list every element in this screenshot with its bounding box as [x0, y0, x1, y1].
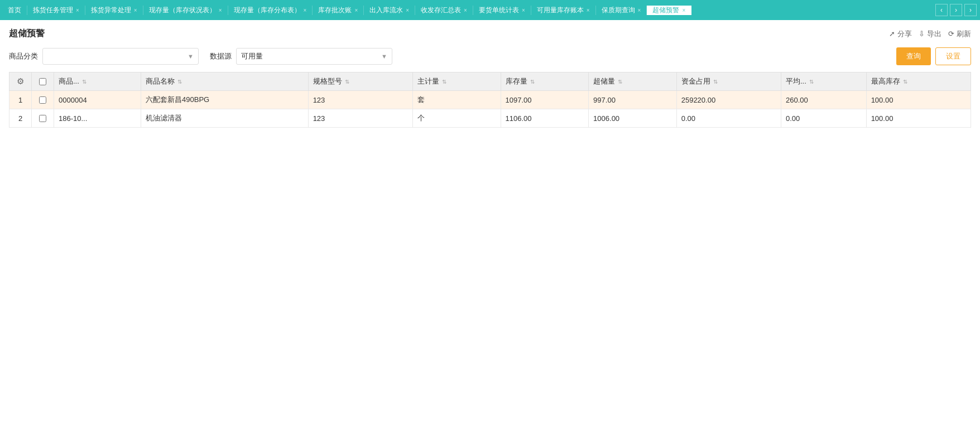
row-maxstock: 100.00	[866, 91, 971, 109]
top-navigation: 首页拣货任务管理×拣货异常处理×现存量（库存状况表）×现存量（库存分布表）×库存…	[0, 0, 980, 20]
th-maxstock: 最高库存 ⇅	[866, 72, 971, 91]
nav-item-8[interactable]: 要货单统计表×	[473, 6, 531, 15]
nav-close-icon-1[interactable]: ×	[76, 7, 79, 13]
datasource-filter-group: 数据源 可用量 ▼	[210, 48, 392, 65]
select-all-checkbox[interactable]	[39, 78, 46, 85]
export-icon: ⇩	[919, 30, 925, 38]
table-row: 10000004六配套新昌490BPG123套1097.00997.002592…	[9, 91, 971, 109]
nav-close-icon-6[interactable]: ×	[406, 7, 409, 13]
category-filter-group: 商品分类 ▼	[9, 48, 199, 65]
nav-close-icon-11[interactable]: ×	[682, 7, 685, 13]
row-unit: 套	[412, 91, 501, 109]
nav-close-icon-10[interactable]: ×	[638, 7, 641, 13]
th-spec: 规格型号 ⇅	[308, 72, 412, 91]
query-button[interactable]: 查询	[896, 47, 931, 65]
row-stock: 1097.00	[501, 91, 589, 109]
nav-close-icon-8[interactable]: ×	[522, 7, 525, 13]
settings-button[interactable]: 设置	[935, 47, 971, 65]
row-avg: 260.00	[781, 91, 866, 109]
th-checkbox	[32, 72, 54, 91]
row-capital: 0.00	[676, 109, 781, 128]
sort-maxstock-icon[interactable]: ⇅	[903, 79, 907, 85]
sort-overstock-icon[interactable]: ⇅	[618, 79, 622, 85]
page-header: 超储预警 ➚ 分享 ⇩ 导出 ⟳ 刷新	[9, 28, 971, 40]
category-arrow-icon: ▼	[188, 53, 194, 60]
nav-prev-arrow[interactable]: ‹	[935, 4, 948, 16]
row-name: 六配套新昌490BPG	[141, 91, 309, 109]
category-select[interactable]: ▼	[42, 48, 199, 65]
row-maxstock: 100.00	[866, 109, 971, 128]
row-spec: 123	[308, 91, 412, 109]
nav-item-7[interactable]: 收发存汇总表×	[415, 6, 473, 15]
refresh-icon: ⟳	[948, 30, 954, 38]
nav-close-icon-4[interactable]: ×	[304, 7, 307, 13]
nav-item-1[interactable]: 拣货任务管理×	[27, 6, 85, 15]
row-checkbox[interactable]	[32, 109, 54, 128]
row-index: 1	[9, 91, 32, 109]
datasource-select[interactable]: 可用量 ▼	[236, 48, 392, 65]
table-row: 2186-10...机油滤清器123个1106.001006.000.000.0…	[9, 109, 971, 128]
nav-item-4[interactable]: 现存量（库存分布表）×	[228, 6, 313, 15]
row-overstock: 997.00	[589, 91, 677, 109]
page-title: 超储预警	[9, 28, 45, 40]
row-name: 机油滤清器	[141, 109, 309, 128]
nav-item-2[interactable]: 拣货异常处理×	[85, 6, 143, 15]
nav-item-9[interactable]: 可用量库存账本×	[531, 6, 596, 15]
nav-item-10[interactable]: 保质期查询×	[596, 6, 647, 15]
th-avg: 平均... ⇅	[781, 72, 866, 91]
export-button[interactable]: ⇩ 导出	[919, 29, 941, 39]
th-name: 商品名称 ⇅	[141, 72, 309, 91]
row-code: 0000004	[54, 91, 141, 109]
th-stock: 库存量 ⇅	[501, 72, 589, 91]
row-avg: 0.00	[781, 109, 866, 128]
nav-item-6[interactable]: 出入库流水×	[364, 6, 415, 15]
sort-code-icon[interactable]: ⇅	[82, 79, 87, 85]
nav-close-icon-5[interactable]: ×	[354, 7, 358, 13]
share-button[interactable]: ➚ 分享	[889, 29, 912, 39]
refresh-button[interactable]: ⟳ 刷新	[948, 29, 971, 39]
sort-stock-icon[interactable]: ⇅	[530, 79, 535, 85]
nav-close-icon-2[interactable]: ×	[134, 7, 137, 13]
nav-close-icon-7[interactable]: ×	[464, 7, 467, 13]
datasource-value: 可用量	[241, 51, 263, 61]
th-settings[interactable]: ⚙	[9, 72, 32, 91]
category-label: 商品分类	[9, 51, 38, 61]
nav-item-5[interactable]: 库存批次账×	[313, 6, 364, 15]
sort-name-icon[interactable]: ⇅	[177, 79, 182, 85]
row-unit: 个	[412, 109, 501, 128]
sort-spec-icon[interactable]: ⇅	[345, 79, 349, 85]
sort-unit-icon[interactable]: ⇅	[442, 79, 446, 85]
row-checkbox-input[interactable]	[39, 115, 46, 122]
data-table: ⚙ 商品... ⇅ 商品名称 ⇅	[9, 72, 971, 128]
row-overstock: 1006.00	[589, 109, 677, 128]
datasource-label: 数据源	[210, 51, 232, 61]
sort-capital-icon[interactable]: ⇅	[713, 79, 718, 85]
row-code: 186-10...	[54, 109, 141, 128]
th-capital: 资金占用 ⇅	[676, 72, 781, 91]
nav-item-3[interactable]: 现存量（库存状况表）×	[143, 6, 228, 15]
nav-item-11[interactable]: 超储预警×	[647, 6, 691, 15]
row-checkbox-input[interactable]	[39, 96, 46, 104]
nav-expand-arrow[interactable]: ›	[964, 4, 977, 16]
nav-close-icon-9[interactable]: ×	[587, 7, 590, 13]
table-header: ⚙ 商品... ⇅ 商品名称 ⇅	[9, 72, 971, 91]
gear-icon[interactable]: ⚙	[17, 76, 24, 86]
row-stock: 1106.00	[501, 109, 589, 128]
nav-item-0[interactable]: 首页	[2, 6, 27, 15]
th-overstock: 超储量 ⇅	[589, 72, 677, 91]
row-checkbox[interactable]	[32, 91, 54, 109]
row-capital: 259220.00	[676, 91, 781, 109]
nav-close-icon-3[interactable]: ×	[219, 7, 222, 13]
nav-next-arrow[interactable]: ›	[950, 4, 962, 16]
filter-row: 商品分类 ▼ 数据源 可用量 ▼ 查询 设置	[9, 47, 971, 65]
filter-actions: 查询 设置	[896, 47, 971, 65]
share-icon: ➚	[889, 30, 895, 38]
sort-avg-icon[interactable]: ⇅	[809, 79, 814, 85]
row-index: 2	[9, 109, 32, 128]
page-content: 超储预警 ➚ 分享 ⇩ 导出 ⟳ 刷新 商品分类 ▼ 数据源	[0, 20, 980, 446]
row-spec: 123	[308, 109, 412, 128]
datasource-arrow-icon: ▼	[381, 53, 387, 60]
header-actions: ➚ 分享 ⇩ 导出 ⟳ 刷新	[889, 29, 971, 39]
table-body: 10000004六配套新昌490BPG123套1097.00997.002592…	[9, 91, 971, 128]
th-code: 商品... ⇅	[54, 72, 141, 91]
